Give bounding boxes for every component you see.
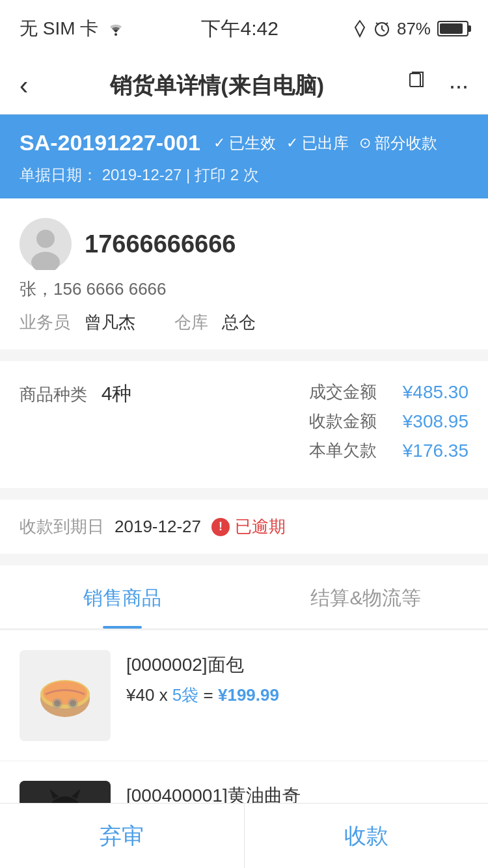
bottom-bar: 弃审 收款 [0,803,488,868]
sales-name: 曾凡杰 [85,312,135,332]
status-badge-2: ✓ 已出库 [286,133,349,154]
avatar [20,218,72,270]
svg-point-15 [54,700,61,707]
received-label: 收款金额 [309,410,377,433]
cancel-button[interactable]: 弃审 [0,804,245,868]
share-button[interactable] [406,71,429,100]
more-button[interactable]: ··· [449,72,468,100]
page-title: 销货单详情(来自电脑) [110,71,324,101]
order-id: SA-20191227-001 [20,130,200,156]
tab-products[interactable]: 销售商品 [0,565,244,629]
warehouse-name: 总仓 [222,312,256,332]
header-date-info: 单据日期： 2019-12-27 | 打印 2 次 [20,165,468,185]
status-badge-3: ⊙ 部分收款 [359,133,437,154]
battery-icon [437,21,468,36]
tabs-row: 销售商品 结算&物流等 [0,565,488,629]
summary-row: 商品种类 4种 成交金额 ¥485.30 收款金额 ¥308.95 本单欠款 ¥… [20,381,468,468]
due-date: 2019-12-27 [115,517,201,537]
amount-row-3: 本单欠款 ¥176.35 [309,439,468,462]
svg-line-5 [385,23,388,25]
location-icon [353,20,367,38]
due-section: 收款到期日 2019-12-27 ! 已逾期 [0,500,488,554]
customer-phone: 17666666666 [85,230,236,258]
product-count: 4种 [102,383,132,404]
header-row1: SA-20191227-001 ✓ 已生效 ✓ 已出库 ⊙ 部分收款 [20,130,468,156]
clock-icon: ⊙ [359,135,371,152]
amount-row-1: 成交金额 ¥485.30 [309,381,468,403]
battery-percent: 87% [397,19,431,39]
wifi-icon [105,21,127,36]
svg-line-3 [382,29,385,31]
overdue-badge: ! 已逾期 [211,515,286,538]
nav-actions: ··· [406,71,468,100]
customer-meta: 业务员 曾凡杰 仓库 总仓 [20,311,468,334]
product-info-1: [0000002]面包 ¥40 x 5袋 = ¥199.99 [126,650,468,707]
overdue-text: 已逾期 [235,515,286,538]
status-bar: 无 SIM 卡 下午4:42 87% [0,0,488,57]
divider-2 [0,489,488,500]
amount-value: ¥485.30 [403,382,468,403]
debt-value: ¥176.35 [403,441,468,461]
status-badge-1: ✓ 已生效 [213,133,276,154]
product-image-1 [20,650,111,741]
amount-label: 成交金额 [309,381,377,403]
summary-right: 成交金额 ¥485.30 收款金额 ¥308.95 本单欠款 ¥176.35 [309,381,468,468]
product-price-1: ¥40 x 5袋 = ¥199.99 [126,684,468,707]
divider-1 [0,351,488,361]
product-total-1: ¥199.99 [218,685,279,705]
amount-row-2: 收款金额 ¥308.95 [309,410,468,433]
status-badges: ✓ 已生效 ✓ 已出库 ⊙ 部分收款 [213,133,437,154]
nav-bar: ‹ 销货单详情(来自电脑) ··· [0,57,488,115]
summary-section: 商品种类 4种 成交金额 ¥485.30 收款金额 ¥308.95 本单欠款 ¥… [0,361,488,488]
confirm-button[interactable]: 收款 [245,804,489,868]
customer-detail: 张，156 6666 6666 [20,278,468,301]
tabs-section: 销售商品 结算&物流等 [0,565,488,629]
sales-label: 业务员 [20,312,70,332]
header-banner: SA-20191227-001 ✓ 已生效 ✓ 已出库 ⊙ 部分收款 单据日期：… [0,115,488,198]
product-qty-1: 5袋 [172,685,198,705]
check-icon-1: ✓ [213,135,225,152]
battery-fill [440,23,463,34]
debt-label: 本单欠款 [309,439,377,462]
tab-settlement[interactable]: 结算&物流等 [244,565,488,629]
carrier-text: 无 SIM 卡 [20,16,98,41]
divider-3 [0,555,488,565]
svg-point-0 [115,33,117,36]
svg-point-8 [36,230,55,248]
status-right: 87% [353,19,468,39]
due-label: 收款到期日 [20,515,104,538]
warehouse-label: 仓库 [174,312,208,332]
summary-left: 商品种类 4种 [20,381,131,407]
status-time: 下午4:42 [201,16,278,42]
product-item-1: [0000002]面包 ¥40 x 5袋 = ¥199.99 [0,631,488,761]
svg-point-16 [70,700,76,707]
svg-rect-6 [410,74,420,87]
customer-section: 17666666666 张，156 6666 6666 业务员 曾凡杰 仓库 总… [0,198,488,349]
alarm-icon [373,20,390,37]
product-name-1: [0000002]面包 [126,653,468,677]
svg-line-4 [376,23,379,25]
customer-row: 17666666666 [20,218,468,270]
back-button[interactable]: ‹ [20,71,28,100]
status-left: 无 SIM 卡 [20,16,127,41]
check-icon-2: ✓ [286,135,298,152]
received-value: ¥308.95 [403,411,468,432]
overdue-icon: ! [211,518,230,536]
